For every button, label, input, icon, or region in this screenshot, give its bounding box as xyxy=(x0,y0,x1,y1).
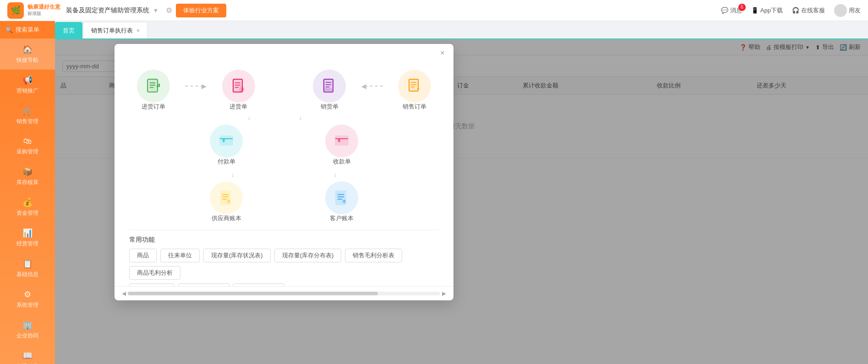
func-goods[interactable]: 商品 xyxy=(129,249,157,262)
sidebar-item-enterprise[interactable]: 🏢 企业协同 xyxy=(0,315,55,345)
basic-info-icon: 📋 xyxy=(22,259,33,269)
sidebar-item-label: 基础信息 xyxy=(16,271,38,278)
down-arrow-customer: ↓ xyxy=(334,171,337,178)
avatar xyxy=(834,4,847,17)
app-download-button[interactable]: 📱 App下载 xyxy=(751,6,783,15)
sidebar-item-label: 资金管理 xyxy=(16,209,38,217)
down-arrow-supplier: ↓ xyxy=(231,171,235,178)
purchase-bill-circle: ✓ xyxy=(222,70,255,103)
func-current-qty-dist[interactable]: 现存量(库存分布表) xyxy=(274,249,342,262)
trial-button[interactable]: 体验行业方案 xyxy=(176,4,226,17)
logo-text: 畅康通好生意 xyxy=(27,4,60,11)
message-icon: 💬 xyxy=(721,7,728,14)
scroll-thumb xyxy=(128,292,378,295)
sidebar-item-label: 系统管理 xyxy=(16,301,38,309)
flow-row3: 本 供应商账本 xyxy=(129,181,439,226)
supplier-account-label: 供应商账本 xyxy=(212,214,241,223)
sidebar: 🔍 搜索菜单 🏠 快捷导航 📢 营销推广 🛒 销售管理 🛍 采购管理 📦 库存核… xyxy=(0,21,55,364)
main-layout: 🔍 搜索菜单 🏠 快捷导航 📢 营销推广 🛒 销售管理 🛍 采购管理 📦 库存核… xyxy=(0,21,868,364)
supplier-account-icon: 本 xyxy=(218,189,235,206)
user-menu-button[interactable]: 用友 xyxy=(834,4,861,17)
message-badge: 6 xyxy=(738,4,746,11)
payment-bill-label: 付款单 xyxy=(218,158,235,166)
logo: 🌿 畅康通好生意 标准版 xyxy=(7,2,62,19)
purchase-icon: 🛍 xyxy=(23,136,32,146)
home-icon: 🏠 xyxy=(22,44,33,54)
node-payment-bill[interactable]: ¥ 付款单 xyxy=(210,125,243,166)
svg-text:¥: ¥ xyxy=(337,137,341,144)
search-menu[interactable]: 🔍 搜索菜单 xyxy=(0,21,55,39)
operation-icon: 📊 xyxy=(22,228,33,238)
node-purchase-bill[interactable]: ✓ 进货单 xyxy=(222,70,255,111)
dropdown-icon[interactable]: ▼ xyxy=(153,7,158,14)
purchase-order-circle xyxy=(137,70,170,103)
scroll-right-arrow[interactable]: ▶ xyxy=(442,290,446,297)
down-arrow-payment: ↓ xyxy=(248,114,251,121)
purchase-order-icon xyxy=(145,77,162,95)
customer-account-circle: 本 xyxy=(325,181,358,214)
sidebar-item-quick-nav[interactable]: 🏠 快捷导航 xyxy=(0,39,55,70)
modal-close-bar: × xyxy=(115,44,453,59)
enterprise-icon: 🏢 xyxy=(22,320,33,330)
sidebar-item-inventory[interactable]: 📦 库存核算 xyxy=(0,161,55,192)
topbar: 🌿 畅康通好生意 标准版 装备及固定资产辅助管理系统 ▼ ⚙ 体验行业方案 💬 … xyxy=(0,0,868,21)
arrow-r2: ◀ xyxy=(361,70,383,90)
sidebar-item-basic-info[interactable]: 📋 基础信息 xyxy=(0,253,55,284)
supplier-account-circle: 本 xyxy=(210,181,243,214)
tab-home[interactable]: 首页 xyxy=(55,22,82,38)
modal-close-button[interactable]: × xyxy=(437,48,448,59)
svg-text:本: 本 xyxy=(227,199,231,204)
sales-order-icon xyxy=(406,77,423,95)
func-counterpart[interactable]: 往来单位 xyxy=(160,249,200,262)
sidebar-item-label: 采购管理 xyxy=(16,148,38,156)
search-icon: 🔍 xyxy=(5,27,13,33)
node-supplier-account[interactable]: 本 供应商账本 xyxy=(210,181,243,223)
func-current-qty-status[interactable]: 现存量(库存状况表) xyxy=(203,249,271,262)
payment-bill-circle: ¥ xyxy=(210,125,243,158)
svg-text:本: 本 xyxy=(342,199,346,204)
sidebar-item-finance[interactable]: 💰 资金管理 xyxy=(0,192,55,223)
settings-icon[interactable]: ⚙ xyxy=(166,6,172,15)
receipt-bill-label: 收款单 xyxy=(333,158,351,166)
finance-icon: 💰 xyxy=(22,197,33,207)
modal-scrollbar: ◀ ▶ xyxy=(115,286,453,300)
logo-icon: 🌿 xyxy=(7,2,24,19)
func-sales-gross-analysis[interactable]: 销售毛利分析表 xyxy=(345,249,402,262)
sidebar-item-marketing[interactable]: 📢 营销推广 xyxy=(0,70,55,100)
svg-rect-17 xyxy=(325,88,332,91)
tab-sales-order[interactable]: 销售订单执行表 × xyxy=(83,22,147,38)
sidebar-item-system[interactable]: ⚙ 系统管理 xyxy=(0,284,55,315)
online-service-button[interactable]: 🎧 在线客服 xyxy=(792,6,825,15)
sidebar-item-purchase[interactable]: 🛍 采购管理 xyxy=(0,131,55,161)
sidebar-item-label: 企业协同 xyxy=(16,332,38,340)
scroll-track[interactable] xyxy=(128,292,440,295)
message-button[interactable]: 💬 消息 6 xyxy=(721,6,742,15)
sidebar-item-label: 营销推广 xyxy=(16,87,38,95)
common-functions-title: 常用功能 xyxy=(129,236,439,244)
sidebar-item-guide[interactable]: 📖 新手引导 xyxy=(0,345,55,364)
node-sales-order[interactable]: 销售订单 xyxy=(398,70,431,111)
node-sales-bill[interactable]: 销货单 xyxy=(313,70,346,111)
page-content: ❓ 帮助 🖨 按模板打印 ▼ ⬆ 导出 🔄 刷新 xyxy=(55,39,868,364)
func-row1: 商品 往来单位 现存量(库存状况表) 现存量(库存分布表) 销售毛利分析表 商品… xyxy=(129,249,439,280)
tab-close-icon[interactable]: × xyxy=(136,27,140,34)
node-customer-account[interactable]: 本 客户账本 xyxy=(325,181,358,223)
node-receipt-bill[interactable]: ¥ 收款单 xyxy=(325,125,358,166)
sidebar-item-label: 经营管理 xyxy=(16,240,38,248)
scroll-left-arrow[interactable]: ◀ xyxy=(122,290,126,297)
svg-text:✓: ✓ xyxy=(240,87,244,92)
flow-down-arrows2: ↓ ↓ xyxy=(129,169,439,179)
svg-text:¥: ¥ xyxy=(222,137,225,144)
sales-bill-icon xyxy=(321,77,338,95)
flow-row2: ¥ 付款单 xyxy=(129,125,439,168)
modal-overlay[interactable]: × xyxy=(55,39,868,364)
purchase-order-label: 进货订单 xyxy=(142,103,165,111)
func-goods-gross-analysis[interactable]: 商品毛利分析 xyxy=(129,266,180,280)
svg-rect-18 xyxy=(409,79,418,91)
sales-icon: 🛒 xyxy=(22,106,33,116)
sidebar-item-label: 快捷导航 xyxy=(16,56,38,64)
customer-account-icon: 本 xyxy=(333,189,350,206)
node-purchase-order[interactable]: 进货订单 xyxy=(137,70,170,111)
sidebar-item-sales[interactable]: 🛒 销售管理 xyxy=(0,100,55,131)
sidebar-item-operation[interactable]: 📊 经营管理 xyxy=(0,223,55,253)
